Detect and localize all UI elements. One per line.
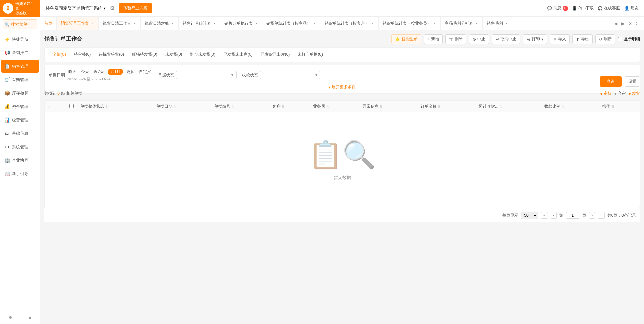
date-option-近1月[interactable]: 近1月 [108, 69, 123, 75]
settings-button-search[interactable]: 设置 [625, 76, 640, 87]
basic-info-icon: 🗂 [4, 130, 10, 136]
topbar-settings-icon[interactable]: ⚙ [110, 5, 115, 11]
sidebar-item-finance[interactable]: 💰 资金管理 [1, 100, 39, 113]
tab-close-icon[interactable]: × [91, 21, 94, 26]
search-icon: 🔍 [5, 22, 10, 27]
next-page-button[interactable]: › [589, 212, 595, 219]
sidebar-item-marketing[interactable]: 📢 营销推广 [1, 46, 39, 59]
tab-sales-single-staff[interactable]: 销货单统计表（按业务员）× [379, 17, 441, 30]
sidebar-item-purchase[interactable]: 🛒 采购管理 [1, 73, 39, 86]
select-all-checkbox[interactable] [69, 104, 74, 108]
page-title: 销售订单工作台 [44, 36, 82, 43]
sidebar-item-guide[interactable]: 📖 新手引导 [1, 167, 39, 180]
show-detail-toggle[interactable]: 显示明细 [618, 36, 640, 42]
filter-tab-label: 未打印单据(0) [298, 52, 323, 57]
query-button[interactable]: 查询 [600, 76, 622, 87]
collapse-button[interactable]: ◀ [22, 314, 38, 321]
sidebar-item-system[interactable]: ⚙ 系统管理 [1, 140, 39, 153]
settings-button[interactable]: ⚙ [3, 314, 19, 321]
date-option-今天[interactable]: 今天 [80, 68, 90, 75]
app-download-button[interactable]: 📱 App下载 [572, 5, 594, 11]
message-badge: 6 [563, 6, 568, 11]
filter-tab-shipped-out[interactable]: 已发货已出库(0) [257, 50, 294, 59]
new-button[interactable]: + 新增 [424, 34, 443, 44]
import-button[interactable]: ⬇ 导入 [550, 34, 570, 44]
sidebar-item-enterprise[interactable]: 🏢 企业协同 [1, 154, 39, 167]
quick-nav-icon: ⚡ [4, 36, 10, 42]
filter-tab-label: 到期未发货(0) [190, 52, 215, 57]
search-menu-button[interactable]: 🔍 搜索菜单 [3, 19, 37, 29]
tab-home[interactable]: 首页 [40, 17, 57, 30]
tab-cash-clear[interactable]: 钱货日清工作台× [99, 17, 141, 30]
empty-state: 📋🔍 暂无数据 [45, 112, 640, 208]
date-option-昨天[interactable]: 昨天 [67, 68, 78, 75]
tab-close-icon[interactable]: × [475, 21, 478, 26]
cancel-review-button[interactable]: ● 弃审 [614, 91, 626, 96]
user-profile-button[interactable]: 👤 用友 [624, 5, 639, 11]
tab-sales-exec[interactable]: 销售订单执行表× [220, 17, 262, 30]
sort-icon: ⇅ [231, 105, 234, 108]
tab-product-margin[interactable]: 商品毛利分析表× [441, 17, 483, 30]
online-service-button[interactable]: 🎧 在线客服 [598, 5, 620, 11]
filter-tab-not-shipped[interactable]: 未发货(0) [161, 50, 186, 59]
smart-create-button[interactable]: ⭐ 智能生单 [391, 34, 421, 44]
filter-tab-overdue-not-shipped[interactable]: 到期未发货(0) [186, 50, 219, 59]
filter-tab-pending-review[interactable]: 待审核(0) [70, 50, 95, 59]
tab-sales-single-customer[interactable]: 销货单统计表（按客户）× [320, 17, 379, 30]
tab-close-icon[interactable]: × [255, 21, 258, 26]
page-size-select[interactable]: 50 10 20 100 [521, 212, 538, 219]
sidebar-item-basic-info[interactable]: 🗂 基础信息 [1, 127, 39, 140]
col-header-action: 操作 ⇅ [599, 101, 640, 112]
tab-close-icon[interactable]: × [371, 21, 374, 26]
sidebar-item-operations[interactable]: 📊 经营管理 [1, 114, 39, 126]
tab-close-icon[interactable]: × [171, 21, 174, 26]
tab-sales-stats[interactable]: 销售订单统计表× [179, 17, 221, 30]
sidebar-item-sales[interactable]: 📋 销售管理 [1, 60, 39, 73]
tab-close-icon[interactable]: × [505, 21, 508, 26]
tab-sales-single-product[interactable]: 销货单统计表（按商品）× [262, 17, 320, 30]
system-title-dropdown[interactable]: 装备及固定资产辅助管理系统 ▾ [46, 5, 106, 11]
date-option-近7天[interactable]: 近7天 [92, 68, 105, 75]
first-page-button[interactable]: « [541, 212, 548, 219]
tab-close-icon[interactable]: × [213, 21, 216, 26]
delete-button[interactable]: 🗑 删除 [445, 34, 466, 44]
filter-tab-not-printed[interactable]: 未打印单据(0) [294, 50, 327, 59]
show-detail-checkbox[interactable] [618, 37, 622, 41]
refresh-button[interactable]: ↺ 刷新 [595, 34, 615, 44]
messages-button[interactable]: 💬 消息 6 [547, 5, 568, 11]
tab-close-icon[interactable]: × [133, 21, 136, 26]
tab-maximize-button[interactable]: ⛶ [635, 21, 641, 27]
tab-sales-profit[interactable]: 销售毛利× [483, 17, 513, 30]
print-button[interactable]: 🖨 打印 ▾ [523, 34, 547, 44]
sidebar-item-inventory[interactable]: 📦 库存核算 [1, 87, 39, 99]
filter-tab-pending-inspect[interactable]: 待拣货验货(0) [95, 50, 128, 59]
filter-tab-shipped-not-out[interactable]: 已发货未出库(0) [219, 50, 257, 59]
tab-label: 销售订单执行表 [224, 21, 253, 26]
sidebar-item-quick-nav[interactable]: ⚡ 快捷导航 [1, 33, 39, 46]
page-actions: ⭐ 智能生单 + 新增 🗑 删除 ⊘ 中止 ↩ 取消中止 🖨 [391, 34, 640, 44]
industry-solution-button[interactable]: 体验行业方案 [119, 3, 152, 13]
tab-close-icon[interactable]: × [313, 21, 316, 26]
date-option-更多[interactable]: 更多 [125, 68, 136, 75]
filter-tab-wangpu-pending[interactable]: 旺铺待发货(0) [128, 50, 161, 59]
cancel-suspend-button[interactable]: ↩ 取消中止 [492, 34, 520, 44]
filter-tab-label: 已发货已出库(0) [261, 52, 290, 57]
review-button[interactable]: ● 审核 [600, 91, 611, 96]
system-title: 装备及固定资产辅助管理系统 [46, 5, 102, 11]
prev-page-button[interactable]: ‹ [551, 212, 557, 219]
tab-scroll-left-button[interactable]: ◀ [613, 21, 619, 27]
tab-scroll-right-button[interactable]: ▶ [620, 21, 626, 27]
tab-sales-workbench[interactable]: 销售订单工作台× [57, 17, 99, 30]
export-button[interactable]: ⬆ 导出 [572, 34, 593, 44]
tab-cash-reconcile[interactable]: 钱货日清对账× [141, 17, 179, 30]
ship-button[interactable]: ● 发货 [629, 91, 640, 96]
filter-tab-all[interactable]: 全部(0) [49, 50, 70, 59]
tab-close-all-button[interactable]: ✕ [627, 21, 633, 27]
page-number-input[interactable] [566, 212, 579, 219]
date-option-自定义[interactable]: 自定义 [138, 68, 153, 75]
last-page-button[interactable]: » [598, 212, 605, 219]
tab-close-icon[interactable]: × [433, 21, 436, 26]
sort-icon: ⇅ [499, 105, 502, 108]
suspend-button[interactable]: ⊘ 中止 [469, 34, 489, 44]
main-area: 装备及固定资产辅助管理系统 ▾ ⚙ 体验行业方案 💬 消息 6 📱 App下载 … [40, 0, 644, 324]
